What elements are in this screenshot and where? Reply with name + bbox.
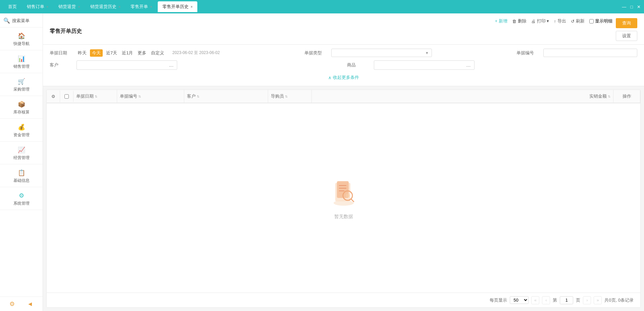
sidebar-item-purchase[interactable]: 🛒 采购管理: [0, 73, 43, 96]
sort-amount-icon: ⇅: [608, 95, 610, 98]
bill-type-arrow: ▾: [426, 50, 428, 55]
date-options: 昨天 今天 近7天 近1月 更多 自定义: [77, 49, 165, 57]
collapse-filter-button[interactable]: ∧ 收起更多条件: [50, 73, 637, 82]
first-page-button[interactable]: «: [531, 296, 539, 304]
tab-home[interactable]: 首页: [3, 1, 21, 12]
date-opt-today[interactable]: 今天: [90, 49, 103, 57]
col-guide[interactable]: 导购员 ⇅: [268, 90, 312, 103]
delete-button[interactable]: 🗑 删除: [512, 18, 527, 24]
maximize-button[interactable]: □: [630, 4, 633, 9]
finance-label: 资金管理: [13, 132, 30, 138]
tab-sales-order[interactable]: 销售订单 ×: [22, 1, 53, 12]
last-page-button[interactable]: »: [594, 296, 602, 304]
col-customer-label: 客户: [187, 93, 196, 99]
sidebar-search[interactable]: 🔍 搜索菜单: [0, 13, 43, 28]
page-size-select[interactable]: 50 10 20 100: [510, 296, 529, 304]
tab-retail-open-history-close[interactable]: ×: [191, 5, 193, 9]
quick-nav-icon: 🏠: [18, 32, 25, 40]
tab-sales-return[interactable]: 销货退货 ×: [54, 1, 85, 12]
tab-retail-open-close[interactable]: ×: [150, 5, 152, 9]
sidebar-item-finance[interactable]: 💰 资金管理: [0, 119, 43, 142]
tab-sales-return-history-close[interactable]: ×: [118, 5, 120, 9]
content-area: 零售开单历史 + 新增 🗑 删除 🖨 打印 ▾: [43, 13, 644, 311]
query-button[interactable]: 查询: [616, 18, 637, 28]
tab-retail-open-history[interactable]: 零售开单历史 ×: [158, 1, 197, 12]
date-opt-custom[interactable]: 自定义: [150, 49, 165, 57]
base-info-label: 基础信息: [13, 178, 30, 184]
sidebar-item-system[interactable]: ⚙ 系统管理: [0, 187, 43, 210]
bill-type-select[interactable]: ▾: [331, 49, 432, 57]
col-operation-label: 操作: [623, 93, 631, 99]
table-area: ⚙ 单据日期 ⇅ 单据编号 ⇅ 客户 ⇅ 导购员 ⇅: [46, 90, 641, 308]
page-size-label: 每页显示: [490, 297, 507, 303]
tab-sales-return-close[interactable]: ×: [78, 5, 80, 9]
print-button[interactable]: 🖨 打印 ▾: [531, 18, 549, 24]
col-date[interactable]: 单据日期 ⇅: [73, 90, 117, 103]
date-opt-1month[interactable]: 近1月: [120, 49, 134, 57]
settings-bottom-icon[interactable]: ⚙: [9, 300, 15, 308]
date-label: 单据日期: [50, 50, 70, 56]
minimize-button[interactable]: —: [622, 4, 626, 9]
customer-value: [80, 63, 82, 68]
top-navigation: 首页 销售订单 × 销货退货 × 销货退货历史 × 零售开单 × 零售开单历史 …: [0, 0, 644, 13]
col-guide-label: 导购员: [271, 93, 284, 99]
customer-label: 客户: [50, 62, 70, 68]
collapse-sidebar-icon[interactable]: ◄: [27, 301, 33, 308]
bill-no-label: 单据编号: [516, 50, 537, 56]
tab-sales-return-label: 销货退货: [58, 4, 76, 10]
table-checkbox-all[interactable]: [60, 91, 73, 102]
svg-point-8: [346, 194, 350, 198]
page-word: 第: [553, 297, 557, 303]
delete-icon: 🗑: [512, 19, 516, 24]
bill-type-label: 单据类型: [304, 50, 325, 56]
sidebar-item-base-info[interactable]: 📋 基础信息: [0, 164, 43, 187]
tab-sales-order-close[interactable]: ×: [46, 5, 48, 9]
customer-select[interactable]: ...: [77, 60, 177, 70]
tab-retail-open[interactable]: 零售开单 ×: [126, 1, 157, 12]
toolbar: + 新增 🗑 删除 🖨 打印 ▾ ↑ 导出: [495, 18, 612, 24]
next-page-button[interactable]: ›: [583, 296, 591, 304]
bill-type-value: [335, 50, 336, 55]
sort-bill-no-icon: ⇅: [138, 95, 141, 98]
inventory-icon: 📦: [18, 101, 25, 108]
sidebar-item-inventory[interactable]: 📦 库存核算: [0, 96, 43, 119]
table-settings-icon[interactable]: ⚙: [47, 91, 60, 102]
select-all-checkbox[interactable]: [64, 94, 69, 99]
date-opt-7days[interactable]: 近7天: [105, 49, 118, 57]
date-opt-yesterday[interactable]: 昨天: [77, 49, 88, 57]
col-customer[interactable]: 客户 ⇅: [184, 90, 268, 103]
last-page-icon: »: [597, 298, 599, 303]
main-layout: 🔍 搜索菜单 🏠 快捷导航 📊 销售管理 🛒 采购管理 📦 库存核算 💰 资金管…: [0, 13, 644, 311]
base-info-icon: 📋: [18, 169, 25, 176]
prev-page-button[interactable]: ‹: [542, 296, 550, 304]
col-amount[interactable]: 实销金额 ⇅: [573, 90, 613, 103]
close-button[interactable]: ✕: [637, 4, 641, 9]
sidebar-item-quick-nav[interactable]: 🏠 快捷导航: [0, 28, 43, 50]
sort-date-icon: ⇅: [95, 95, 97, 98]
bill-no-input[interactable]: [543, 49, 637, 57]
finance-icon: 💰: [18, 123, 25, 131]
current-page-input[interactable]: [560, 296, 573, 304]
purchase-label: 采购管理: [13, 87, 30, 92]
date-opt-more[interactable]: 更多: [136, 49, 148, 57]
display-detail-checkbox[interactable]: [589, 19, 594, 23]
total-info: 共0页, 0条记录: [604, 297, 634, 303]
operations-icon: 📈: [18, 146, 25, 154]
filter-settings-button[interactable]: 设置: [616, 31, 637, 41]
customer-dots-icon: ...: [169, 62, 174, 68]
display-detail-label: 显示明细: [595, 18, 612, 24]
goods-dots-icon: ...: [466, 62, 470, 68]
export-icon: ↑: [554, 19, 556, 24]
col-bill-no[interactable]: 单据编号 ⇅: [117, 90, 184, 103]
add-button[interactable]: + 新增: [495, 18, 507, 24]
export-button[interactable]: ↑ 导出: [554, 18, 566, 24]
display-detail-toggle[interactable]: 显示明细: [589, 18, 612, 24]
purchase-icon: 🛒: [18, 78, 25, 85]
tab-sales-return-history[interactable]: 销货退货历史 ×: [86, 1, 125, 12]
tab-home-label: 首页: [8, 4, 17, 10]
sidebar-item-operations[interactable]: 📈 经营管理: [0, 142, 43, 164]
refresh-button[interactable]: ↺ 刷新: [571, 18, 585, 24]
sidebar-item-sales[interactable]: 📊 销售管理: [0, 50, 43, 73]
pagination: 每页显示 50 10 20 100 « ‹ 第 页 ›: [47, 293, 640, 307]
goods-select[interactable]: ...: [374, 60, 475, 70]
